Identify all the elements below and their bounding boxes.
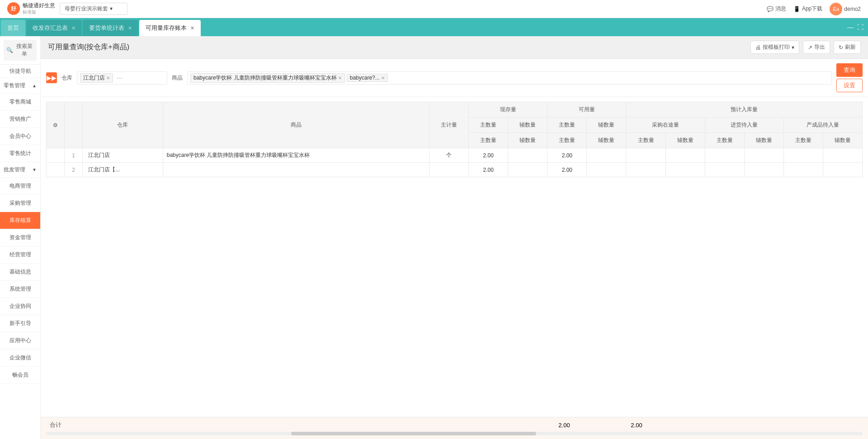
message-btn[interactable]: 💬 消息	[767, 5, 786, 13]
sidebar-item-finance[interactable]: 资金管理	[0, 229, 40, 246]
industry-select[interactable]: 母婴行业演示账套 ▾	[60, 3, 127, 15]
th-current-stock: 现存量	[469, 102, 547, 118]
top-bar-right: 💬 消息 📱 App下载 Ea demo2	[767, 3, 861, 15]
th-gear: ⚙	[47, 102, 65, 148]
industry-label: 母婴行业演示账套	[65, 5, 108, 13]
sidebar-item-new-guide[interactable]: 新手引导	[0, 315, 40, 332]
sidebar-item-app-center[interactable]: 应用中心	[0, 332, 40, 349]
sidebar-item-inventory[interactable]: 库存核算	[0, 212, 40, 229]
sidebar-item-marketing[interactable]: 营销推广	[0, 111, 40, 128]
product-tag-2-remove[interactable]: ✕	[381, 76, 385, 80]
th-product: 商品	[163, 102, 429, 148]
th-inbound-pending: 进货待入量	[705, 118, 783, 133]
sidebar-item-purchase[interactable]: 采购管理	[0, 195, 40, 212]
message-icon: 💬	[767, 6, 774, 12]
tab-receive-send-label: 收发存汇总表	[33, 24, 68, 32]
row-1-warehouse: 江北门店	[83, 148, 163, 163]
row-1-pur-main	[626, 148, 665, 163]
th-ip-sub: 辅数量	[744, 133, 783, 148]
product-tag-2: babycare?... ✕	[347, 74, 388, 82]
user-area[interactable]: Ea demo2	[830, 3, 861, 15]
scrollbar-thumb[interactable]	[291, 432, 536, 435]
table-footer: 合计 2.00 2.00	[41, 417, 868, 439]
tab-receive-send-close[interactable]: ✕	[71, 25, 75, 31]
sidebar-item-member[interactable]: 畅会员	[0, 367, 40, 384]
th-av-sub: 辅数量	[587, 133, 626, 148]
search-icon: 🔍	[6, 47, 13, 53]
expand-filter-btn[interactable]: ▶▶	[46, 72, 57, 83]
sidebar-item-batch-mgmt[interactable]: 批发管理	[0, 162, 40, 178]
export-btn[interactable]: ↗ 导出	[803, 41, 830, 54]
refresh-icon: ↻	[839, 44, 843, 51]
th-pt-sub: 辅数量	[665, 133, 705, 148]
export-icon: ↗	[808, 44, 812, 51]
chevron-down-icon: ▾	[110, 5, 113, 12]
sidebar-item-basic-info[interactable]: 基础信息	[0, 264, 40, 281]
tab-available-stock-label: 可用量库存账本	[146, 24, 187, 32]
maximize-icon[interactable]: ⛶	[857, 24, 863, 31]
sidebar-item-retail-stats[interactable]: 零售统计	[0, 145, 40, 162]
tab-order-stats-close[interactable]: ✕	[128, 25, 132, 31]
quick-nav-btn[interactable]: 快捷导航	[0, 65, 40, 78]
row-1-unit: 个	[429, 148, 469, 163]
settings-btn[interactable]: 设置	[836, 79, 863, 92]
content-area: 可用量查询(按仓库+商品) 🖨 按模板打印 ▾ ↗ 导出 ↻ 刷新 ▶▶	[41, 36, 868, 439]
product-tag-1-remove[interactable]: ✕	[338, 76, 342, 80]
th-main-unit: 主计量	[429, 102, 469, 148]
query-btn[interactable]: 查询	[836, 63, 863, 77]
warehouse-more-btn[interactable]: ···	[115, 74, 124, 81]
page-header: 可用量查询(按仓库+商品) 🖨 按模板打印 ▾ ↗ 导出 ↻ 刷新	[41, 36, 868, 59]
row-2-warehouse: 江北门店【...	[83, 163, 163, 177]
app-icon: 📱	[793, 6, 800, 12]
avatar: Ea	[830, 3, 842, 15]
warehouse-tag: 江北门店 ✕	[80, 73, 113, 83]
th-pp-main: 主数量	[783, 133, 823, 148]
minimize-icon[interactable]: —	[847, 24, 854, 31]
sidebar-item-retail-mgmt[interactable]: 零售管理	[0, 78, 40, 94]
row-2-gear	[47, 163, 65, 177]
row-1-prod-main	[783, 148, 823, 163]
warehouse-tag-remove[interactable]: ✕	[106, 76, 110, 80]
row-2-product	[163, 163, 429, 177]
search-menu-btn[interactable]: 🔍 搜索菜单	[4, 40, 37, 61]
row-1-gear	[47, 148, 65, 163]
top-bar-left: 好 畅捷通好生意 标准版 母婴行业演示账套 ▾	[7, 2, 127, 15]
sidebar-item-operations[interactable]: 经营管理	[0, 246, 40, 264]
th-ip-main: 主数量	[705, 133, 744, 148]
total-label: 合计	[46, 421, 105, 429]
scrollbar-track	[46, 432, 863, 435]
row-1-num: 1	[65, 148, 83, 163]
row-2-prod-main	[783, 163, 823, 177]
sidebar-item-system-mgmt[interactable]: 系统管理	[0, 281, 40, 298]
tab-home[interactable]: 首页	[1, 20, 25, 36]
app-download-btn[interactable]: 📱 App下载	[793, 5, 822, 13]
tab-order-stats[interactable]: 要货单统计表 ✕	[83, 20, 138, 36]
sidebar-item-ecommerce[interactable]: 电商管理	[0, 178, 40, 195]
sidebar-item-enterprise-collab[interactable]: 企业协同	[0, 298, 40, 315]
user-name: demo2	[844, 6, 861, 12]
tab-receive-send[interactable]: 收发存汇总表 ✕	[26, 20, 82, 36]
row-1-current-main: 2.00	[469, 148, 508, 163]
logo-sub: 标准版	[23, 9, 55, 15]
row-2-current-sub	[508, 163, 547, 177]
th-cs-main: 主数量	[469, 133, 508, 148]
row-1-avail-main: 2.00	[547, 148, 587, 163]
row-1-inb-main	[705, 148, 744, 163]
th-planned-inbound: 预计入库量	[626, 102, 863, 118]
sidebar-item-enterprise-wechat[interactable]: 企业微信	[0, 349, 40, 367]
tab-available-stock-close[interactable]: ✕	[190, 25, 194, 31]
table-row: 2 江北门店【... 2.00 2.00	[47, 163, 863, 177]
refresh-btn[interactable]: ↻ 刷新	[834, 41, 861, 54]
tab-available-stock[interactable]: 可用量库存账本 ✕	[139, 20, 201, 36]
print-template-btn[interactable]: 🖨 按模板打印 ▾	[750, 41, 799, 54]
th-warehouse: 仓库	[83, 102, 163, 148]
message-label: 消息	[775, 5, 786, 13]
row-1-product: babycare学饮杯 儿童防摔防撞吸管杯重力球吸嘴杯宝宝水杯	[163, 148, 429, 163]
row-2-current-main: 2.00	[469, 163, 508, 177]
sidebar: 🔍 搜索菜单 快捷导航 零售管理 零售商城 营销推广 会员中心 零售统计	[0, 36, 41, 439]
total-bar: 合计 2.00 2.00	[46, 421, 863, 429]
table-row: 1 江北门店 babycare学饮杯 儿童防摔防撞吸管杯重力球吸嘴杯宝宝水杯 个…	[47, 148, 863, 163]
gear-icon[interactable]: ⚙	[53, 122, 58, 128]
sidebar-item-member-center[interactable]: 会员中心	[0, 128, 40, 145]
sidebar-item-retail-mall[interactable]: 零售商城	[0, 94, 40, 111]
